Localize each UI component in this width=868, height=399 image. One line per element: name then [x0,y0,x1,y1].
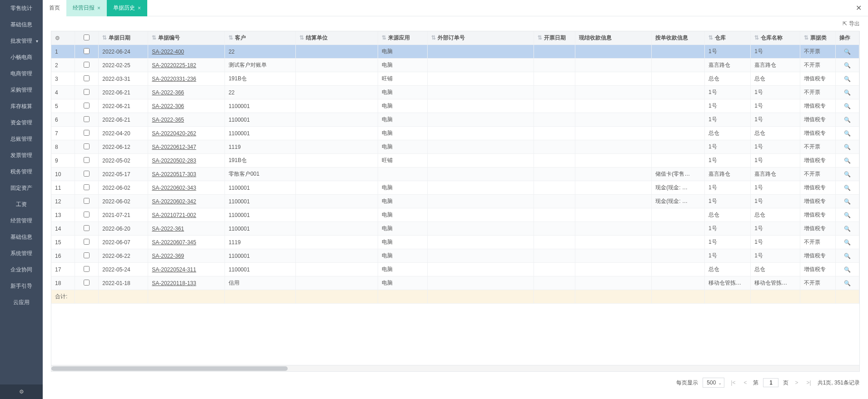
table-row[interactable]: 52022-06-21SA-2022-3061100001电脑1号1号增值税专🔍 [51,99,859,113]
col-src[interactable]: ⇅来源应用 [378,31,428,45]
tab-2[interactable]: 单据历史× [107,0,147,16]
first-page-icon[interactable]: |< [729,379,737,386]
doc-number-link[interactable]: SA-2022-306 [152,103,184,109]
sidebar-item-1[interactable]: 基础信息 [0,16,43,33]
doc-number-link[interactable]: SA-20220225-182 [152,62,196,69]
sidebar-item-3[interactable]: 小畅电商 [0,49,43,65]
view-icon[interactable]: 🔍 [844,226,851,232]
table-row[interactable]: 92022-05-02SA-20220502-283191B仓旺铺1号1号增值税… [51,154,859,167]
gear-icon[interactable]: ⚙ [55,35,60,41]
col-inv[interactable]: ⇅票据类 [800,31,836,45]
doc-number-link[interactable]: SA-20220502-283 [152,158,196,164]
table-scroll[interactable]: ⚙⇅单据日期⇅单据编号⇅客户⇅结算单位⇅来源应用⇅外部订单号⇅开票日期现结收款信… [51,31,860,365]
doc-number-link[interactable]: SA-2022-366 [152,89,184,96]
view-icon[interactable]: 🔍 [844,117,851,123]
select-all-checkbox[interactable] [84,34,90,40]
view-icon[interactable]: 🔍 [844,212,851,218]
col-date[interactable]: ⇅单据日期 [99,31,148,45]
table-row[interactable]: 122022-06-02SA-20220602-3421100001电脑现金(现… [51,195,859,208]
view-icon[interactable]: 🔍 [844,62,851,69]
last-page-icon[interactable]: >| [805,379,813,386]
view-icon[interactable]: 🔍 [844,239,851,246]
col-wh[interactable]: ⇅仓库 [705,31,751,45]
col-cust[interactable]: ⇅客户 [224,31,295,45]
doc-number-link[interactable]: SA-20220602-343 [152,185,196,191]
doc-number-link[interactable]: SA-2022-369 [152,253,184,259]
view-icon[interactable]: 🔍 [844,76,851,82]
row-checkbox[interactable] [84,280,90,286]
row-checkbox[interactable] [84,157,90,163]
row-checkbox[interactable] [84,266,90,272]
view-icon[interactable]: 🔍 [844,198,851,205]
table-row[interactable]: 132021-07-21SA-20210721-0021100001电脑总仓总仓… [51,208,859,222]
view-icon[interactable]: 🔍 [844,280,851,286]
sidebar-item-6[interactable]: 库存核算 [0,98,43,114]
row-checkbox[interactable] [84,116,90,122]
table-row[interactable]: 22022-02-25SA-20220225-182测试客户对账单电脑嘉言路仓嘉… [51,59,859,72]
sidebar-item-7[interactable]: 资金管理 [0,114,43,131]
next-page-icon[interactable]: > [793,379,800,386]
sidebar-item-18[interactable]: 云应用 [0,294,43,310]
view-icon[interactable]: 🔍 [844,171,851,177]
sidebar-item-13[interactable]: 经营管理 [0,212,43,229]
view-icon[interactable]: 🔍 [844,253,851,259]
doc-number-link[interactable]: SA-20220118-133 [152,280,196,286]
doc-number-link[interactable]: SA-20210721-002 [152,212,196,218]
table-row[interactable]: 152022-06-07SA-20220607-3451119电脑1号1号不开票… [51,236,859,249]
view-icon[interactable]: 🔍 [844,266,851,273]
row-checkbox[interactable] [84,171,90,177]
doc-number-link[interactable]: SA-2022-400 [152,49,184,55]
close-icon[interactable]: × [138,5,141,11]
export-button[interactable]: ⇱ 导出 [843,20,860,28]
row-checkbox[interactable] [84,198,90,204]
table-row[interactable]: 182022-01-18SA-20220118-133信用电脑移动仓管拣…移动仓… [51,276,859,290]
sidebar-item-12[interactable]: 工资 [0,196,43,212]
view-icon[interactable]: 🔍 [844,103,851,109]
row-checkbox[interactable] [84,48,90,54]
sidebar-item-5[interactable]: 采购管理 [0,82,43,98]
view-icon[interactable]: 🔍 [844,89,851,96]
scrollbar-thumb[interactable] [51,366,288,371]
doc-number-link[interactable]: SA-20220420-262 [152,130,196,137]
view-icon[interactable]: 🔍 [844,49,851,55]
doc-number-link[interactable]: SA-20220612-347 [152,144,196,150]
close-all-icon[interactable]: ✕ [849,4,868,12]
row-checkbox[interactable] [84,89,90,95]
row-checkbox[interactable] [84,62,90,68]
table-row[interactable]: 102022-05-17SA-20220517-303零散客户001储值卡(零售… [51,167,859,181]
table-row[interactable]: 42022-06-21SA-2022-36622电脑1号1号不开票🔍 [51,86,859,99]
doc-number-link[interactable]: SA-20220607-345 [152,239,196,246]
col-whname[interactable]: ⇅仓库名称 [751,31,800,45]
sidebar-item-8[interactable]: 总账管理 [0,131,43,147]
row-checkbox[interactable] [84,103,90,108]
view-icon[interactable]: 🔍 [844,185,851,191]
doc-number-link[interactable]: SA-20220524-311 [152,266,196,273]
table-row[interactable]: 32022-03-31SA-20220331-236191B仓旺铺总仓总仓增值税… [51,72,859,86]
sidebar-item-4[interactable]: 电商管理 [0,65,43,82]
table-row[interactable]: 12022-06-24SA-2022-40022电脑1号1号不开票🔍 [51,45,859,59]
table-row[interactable]: 162022-06-22SA-2022-3691100001电脑1号1号增值税专… [51,249,859,263]
table-row[interactable]: 82022-06-12SA-20220612-3471119电脑1号1号不开票🔍 [51,140,859,154]
table-row[interactable]: 72022-04-20SA-20220420-2621100001电脑总仓总仓增… [51,127,859,140]
sidebar-item-17[interactable]: 新手引导 [0,278,43,294]
view-icon[interactable]: 🔍 [844,158,851,164]
row-checkbox[interactable] [84,143,90,149]
table-row[interactable]: 172022-05-24SA-20220524-3111100001电脑总仓总仓… [51,263,859,276]
view-icon[interactable]: 🔍 [844,130,851,137]
row-checkbox[interactable] [84,252,90,258]
sidebar-item-16[interactable]: 企业协同 [0,261,43,278]
row-checkbox[interactable] [84,225,90,231]
sidebar-footer[interactable]: ⚙ [0,384,43,399]
sidebar-item-0[interactable]: 零售统计 [0,0,43,16]
doc-number-link[interactable]: SA-20220602-342 [152,198,196,205]
page-input[interactable] [763,378,778,387]
sidebar-item-2[interactable]: 批发管理▾ [0,33,43,49]
sidebar-item-10[interactable]: 税务管理 [0,163,43,180]
row-checkbox[interactable] [84,75,90,81]
row-checkbox[interactable] [84,239,90,245]
col-invdate[interactable]: ⇅开票日期 [534,31,575,45]
col-num[interactable]: ⇅单据编号 [148,31,225,45]
table-row[interactable]: 62022-06-21SA-2022-3651100001电脑1号1号增值税专🔍 [51,113,859,127]
tab-0[interactable]: 首页 [43,0,66,16]
prev-page-icon[interactable]: < [742,379,748,386]
